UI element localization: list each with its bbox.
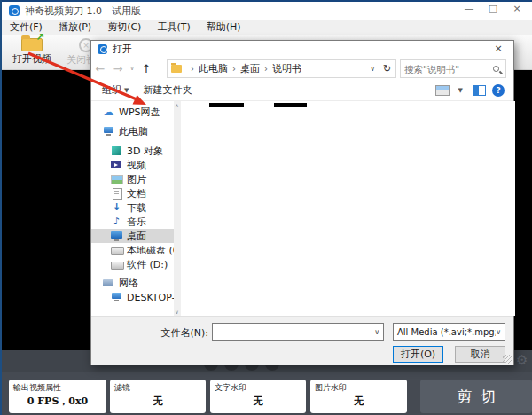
disk-icon bbox=[111, 259, 122, 270]
output-properties-value: 0 FPS，0x0 bbox=[9, 395, 106, 408]
filename-input[interactable] bbox=[213, 325, 374, 339]
app-title: 神奇视频剪刀 1.0 - 试用版 bbox=[25, 4, 141, 18]
dialog-footer: 文件名(N): ∨ All Media (*.avi;*.mpg;*.mpe ∨… bbox=[91, 316, 513, 365]
help-icon[interactable]: ? bbox=[492, 84, 505, 97]
history-chevron-icon[interactable]: ∨ bbox=[127, 65, 137, 72]
downloads-icon: ↓ bbox=[111, 202, 122, 213]
resize-grip[interactable] bbox=[503, 355, 512, 364]
open-folder-icon: ↗ bbox=[21, 38, 43, 51]
sidebar-item-label: 桌面 bbox=[127, 230, 146, 243]
filter-panel: 滤镜 无 bbox=[110, 380, 206, 413]
filename-label: 文件名(N): bbox=[127, 326, 208, 340]
text-watermark-value: 无 bbox=[210, 395, 306, 408]
cancel-button[interactable]: 取消 bbox=[455, 346, 505, 363]
maximize-button[interactable]: □ bbox=[483, 0, 503, 18]
menu-tools[interactable]: 工具(T) bbox=[149, 20, 198, 35]
search-icon[interactable] bbox=[493, 66, 499, 72]
scroll-up-icon[interactable]: ∧ bbox=[174, 102, 180, 108]
documents-icon bbox=[111, 188, 122, 199]
sidebar-item-label: 网络 bbox=[119, 277, 138, 290]
menu-cut[interactable]: 剪切(C) bbox=[99, 20, 149, 35]
computer-icon bbox=[111, 292, 122, 302]
dialog-close-button[interactable]: × bbox=[483, 41, 513, 57]
text-watermark-panel: 文字水印 无 bbox=[210, 380, 306, 413]
breadcrumb-manual[interactable]: 说明书 bbox=[272, 62, 301, 75]
filter-value: 无 bbox=[110, 395, 206, 408]
dialog-nav-row: ← → ∨ ↑ › 此电脑 › 桌面 › 说明书 ∨ ↻ bbox=[91, 57, 513, 80]
menu-bar: 文件(F) 播放(P) 剪切(C) 工具(T) 帮助(H) bbox=[2, 20, 532, 35]
settings-gear-icon[interactable]: ⚙ bbox=[516, 352, 528, 368]
sidebar-item-label: 软件 (D:) bbox=[127, 258, 168, 271]
sidebar-item-label: 3D 对象 bbox=[127, 145, 163, 158]
navigation-pane: ☁ WPS网盘 此电脑 3D 对象 视频 图片 bbox=[91, 101, 174, 316]
up-icon[interactable]: ↑ bbox=[137, 62, 155, 75]
open-video-label: 打开视频 bbox=[7, 52, 57, 66]
back-icon[interactable]: ← bbox=[91, 62, 109, 75]
dialog-titlebar: 打开 bbox=[91, 41, 513, 57]
app-titlebar: 神奇视频剪刀 1.0 - 试用版 bbox=[2, 2, 532, 20]
scroll-down-icon[interactable]: ∨ bbox=[174, 309, 180, 315]
image-watermark-panel: 图片水印 无 bbox=[310, 380, 407, 413]
menu-help[interactable]: 帮助(H) bbox=[199, 20, 249, 35]
sidebar-item-desktop-pc[interactable]: DESKTOP-7ETC bbox=[91, 290, 174, 304]
dialog-body: ☁ WPS网盘 此电脑 3D 对象 视频 图片 bbox=[91, 101, 513, 316]
sidebar-item-label: 图片 bbox=[127, 173, 146, 186]
breadcrumb-folder-icon bbox=[171, 65, 182, 73]
view-dropdown-icon[interactable]: ▼ bbox=[458, 87, 463, 94]
cloud-icon: ☁ bbox=[103, 106, 114, 117]
sidebar-scrollbar[interactable]: ∧ ∨ bbox=[174, 101, 180, 316]
open-video-button[interactable]: ↗ 打开视频 bbox=[7, 35, 57, 69]
3d-objects-icon bbox=[111, 145, 122, 156]
address-chevron-icon[interactable]: ∨ bbox=[370, 65, 375, 73]
breadcrumb-separator: › bbox=[191, 64, 194, 74]
sidebar-item-network[interactable]: 网络 bbox=[91, 276, 174, 290]
organize-dropdown-icon[interactable]: ▼ bbox=[124, 87, 129, 94]
breadcrumb-desktop[interactable]: 桌面 bbox=[240, 62, 260, 75]
sidebar-item-3d-objects[interactable]: 3D 对象 bbox=[91, 144, 174, 158]
preview-pane-icon[interactable] bbox=[473, 85, 486, 96]
file-list-area[interactable] bbox=[180, 101, 515, 316]
sidebar-item-label: 视频 bbox=[127, 159, 146, 172]
output-properties-label: 输出视频属性 bbox=[9, 380, 106, 394]
filename-dropdown-icon[interactable]: ∨ bbox=[374, 328, 379, 336]
forward-icon[interactable]: → bbox=[109, 62, 127, 75]
organize-button[interactable]: 组织 bbox=[102, 83, 121, 97]
view-thumbnails-icon[interactable] bbox=[435, 85, 450, 96]
videos-icon bbox=[111, 160, 122, 170]
sidebar-item-videos[interactable]: 视频 bbox=[91, 158, 174, 172]
sidebar-item-downloads[interactable]: ↓ 下载 bbox=[91, 200, 174, 215]
sidebar-item-wps[interactable]: ☁ WPS网盘 bbox=[91, 105, 174, 119]
new-folder-button[interactable]: 新建文件夹 bbox=[143, 83, 192, 97]
breadcrumb-separator: › bbox=[264, 64, 268, 74]
computer-icon bbox=[103, 126, 114, 137]
text-watermark-label: 文字水印 bbox=[210, 380, 306, 394]
sidebar-item-this-pc[interactable]: 此电脑 bbox=[91, 124, 174, 138]
cut-button[interactable]: 剪切 bbox=[420, 380, 532, 413]
sidebar-item-music[interactable]: ♪ 音乐 bbox=[91, 215, 174, 229]
network-icon bbox=[103, 278, 114, 288]
sidebar-item-label: WPS网盘 bbox=[119, 106, 160, 119]
app-window: 神奇视频剪刀 1.0 - 试用版 — □ × 文件(F) 播放(P) 剪切(C)… bbox=[0, 0, 532, 415]
list-item[interactable] bbox=[209, 103, 244, 107]
sidebar-item-desktop[interactable]: 桌面 bbox=[91, 229, 174, 243]
filename-combobox: ∨ bbox=[212, 323, 384, 341]
list-item[interactable] bbox=[274, 103, 307, 107]
sidebar-item-local-disk-c[interactable]: 本地磁盘 (C:) bbox=[91, 243, 174, 257]
filter-label: 滤镜 bbox=[110, 380, 206, 394]
close-button[interactable]: × bbox=[507, 0, 527, 18]
address-bar[interactable]: › 此电脑 › 桌面 › 说明书 ∨ bbox=[167, 59, 379, 78]
breadcrumb-this-pc[interactable]: 此电脑 bbox=[199, 62, 228, 75]
menu-play[interactable]: 播放(P) bbox=[51, 20, 99, 35]
sidebar-item-label: DESKTOP-7ETC bbox=[127, 292, 174, 303]
refresh-icon[interactable]: ↻ bbox=[379, 59, 396, 78]
minimize-button[interactable]: — bbox=[459, 0, 479, 18]
sidebar-item-label: 下载 bbox=[127, 201, 146, 215]
search-input[interactable] bbox=[404, 64, 486, 74]
sidebar-item-disk-d[interactable]: 软件 (D:) bbox=[91, 257, 174, 271]
filetype-dropdown[interactable]: All Media (*.avi;*.mpg;*.mpe ∨ bbox=[393, 323, 505, 341]
sidebar-item-documents[interactable]: 文档 bbox=[91, 186, 174, 200]
open-button[interactable]: 打开(O) bbox=[393, 346, 443, 363]
output-properties-panel: 输出视频属性 0 FPS，0x0 bbox=[9, 380, 106, 413]
sidebar-item-pictures[interactable]: 图片 bbox=[91, 172, 174, 186]
sidebar-item-label: 本地磁盘 (C:) bbox=[127, 244, 174, 257]
